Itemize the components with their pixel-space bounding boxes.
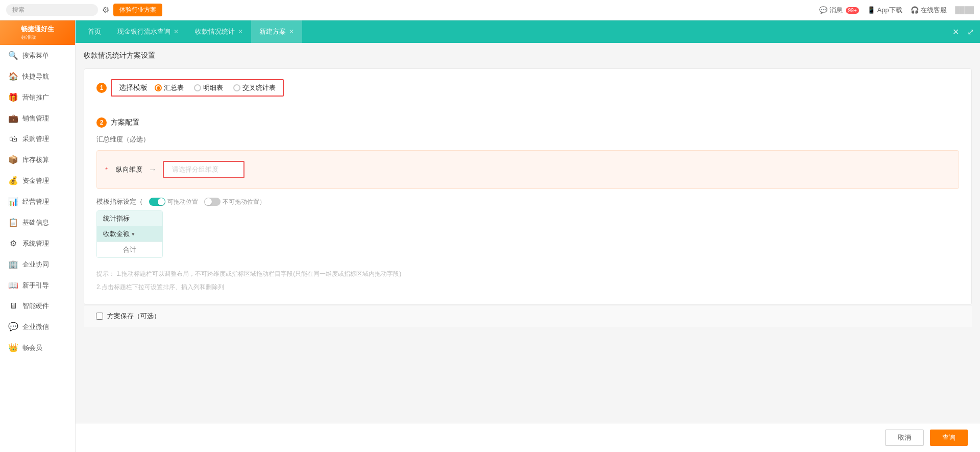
sidebar-item-smart-hw[interactable]: 🖥 智能硬件 — [0, 296, 75, 316]
sidebar-item-system[interactable]: ⚙ 系统管理 — [0, 233, 75, 254]
toggle-knob — [158, 198, 165, 205]
sidebar-item-label: 新手引导 — [22, 281, 49, 290]
messages-link[interactable]: 💬 消息 99+ — [819, 6, 859, 15]
main-card: 1 选择模板 汇总表 明细表 — [84, 68, 972, 305]
tab-bar: 首页 现金银行流水查询 ✕ 收款情况统计 ✕ 新建方案 ✕ ✕ ⤢ — [76, 20, 980, 43]
sidebar-item-search-menu[interactable]: 🔍 搜索菜单 — [0, 45, 75, 66]
radio-summary-circle — [155, 84, 162, 91]
draggable-toggle[interactable] — [149, 198, 165, 206]
tab-home-label: 首页 — [88, 27, 101, 36]
arrow-icon: → — [149, 165, 157, 174]
step1-label: 选择模板 — [119, 83, 148, 92]
metrics-header: 统计指标 — [97, 211, 162, 226]
dimension-row: * 纵向维度 → 请选择分组维度 — [105, 161, 950, 178]
dimension-area: * 纵向维度 → 请选择分组维度 — [96, 150, 959, 189]
wechat-icon: 💬 — [8, 322, 18, 331]
finance-icon: 💰 — [8, 176, 18, 185]
tab-bar-right: ✕ ⤢ — [950, 25, 976, 39]
sidebar-item-label: 基础信息 — [22, 218, 49, 227]
sidebar-item-wechat[interactable]: 💬 企业微信 — [0, 316, 75, 337]
tip-2: 2.点击标题栏下拉可设置排序、插入列和删除列 — [96, 281, 959, 293]
radio-summary[interactable]: 汇总表 — [155, 83, 184, 92]
search-menu-icon: 🔍 — [8, 51, 18, 60]
sidebar-item-label: 经营管理 — [22, 197, 49, 206]
tab-new-plan[interactable]: 新建方案 ✕ — [251, 20, 302, 43]
save-label: 方案保存（可选） — [107, 312, 160, 321]
required-mark: * — [105, 166, 108, 174]
stats-column-header[interactable]: 收款金额 ▾ — [97, 226, 162, 242]
sidebar-item-label: 快捷导航 — [22, 72, 49, 81]
step1-number: 1 — [96, 83, 107, 93]
tab-expand-icon[interactable]: ⤢ — [965, 25, 976, 39]
metrics-label-row: 模板指标设定（ 可拖动位置 不可拖 — [96, 197, 959, 206]
save-checkbox[interactable] — [96, 313, 103, 320]
sidebar-item-label: 企业微信 — [22, 322, 49, 331]
purchase-icon: 🛍 — [8, 134, 18, 144]
tab-new-plan-close[interactable]: ✕ — [289, 28, 294, 35]
system-icon: ⚙ — [8, 239, 18, 248]
inventory-icon: 📦 — [8, 155, 18, 164]
sidebar-item-inventory[interactable]: 📦 库存核算 — [0, 149, 75, 170]
sidebar-item-quick-nav[interactable]: 🏠 快捷导航 — [0, 66, 75, 87]
message-badge: 99+ — [846, 7, 860, 14]
member-icon: 👑 — [8, 343, 18, 352]
tips-section: 提示： 1.拖动标题栏可以调整布局，不可跨维度或指标区域拖动栏目字段(只能在同一… — [96, 268, 959, 293]
logo-text: 畅捷通好生 — [21, 25, 54, 34]
radio-cross-label: 交叉统计表 — [242, 83, 276, 92]
radio-cross-circle — [233, 84, 240, 91]
content-area: 收款情况统计方案设置 1 选择模板 汇总表 — [76, 43, 980, 423]
tab-cashflow-label: 现金银行流水查询 — [117, 27, 170, 36]
dimension-input[interactable]: 请选择分组维度 — [163, 161, 244, 178]
radio-summary-label: 汇总表 — [164, 83, 184, 92]
non-draggable-label: 不可拖动位置） — [223, 198, 265, 206]
tab-close-all-icon[interactable]: ✕ — [950, 25, 961, 39]
tab-cashflow[interactable]: 现金银行流水查询 ✕ — [109, 20, 187, 43]
metrics-table: 统计指标 收款金额 ▾ 合计 — [96, 210, 163, 258]
sidebar-item-label: 搜索菜单 — [22, 51, 49, 60]
sales-icon: 💼 — [8, 113, 18, 123]
logo-sub: 标准版 — [21, 34, 54, 41]
query-button[interactable]: 查询 — [930, 430, 968, 446]
sidebar-item-purchase[interactable]: 🛍 采购管理 — [0, 129, 75, 149]
tab-home[interactable]: 首页 — [80, 20, 109, 43]
page-title: 收款情况统计方案设置 — [84, 51, 972, 60]
trial-button[interactable]: 体验行业方案 — [113, 4, 162, 16]
summary-dim-label: 汇总维度（必选） — [96, 135, 959, 144]
stats-total-row: 合计 — [97, 242, 162, 257]
sidebar-item-guide[interactable]: 📖 新手引导 — [0, 275, 75, 296]
sidebar-item-finance[interactable]: 💰 资金管理 — [0, 170, 75, 191]
radio-detail[interactable]: 明细表 — [194, 83, 223, 92]
metrics-section: 模板指标设定（ 可拖动位置 不可拖 — [96, 197, 959, 259]
tab-collection[interactable]: 收款情况统计 ✕ — [187, 20, 251, 43]
radio-cross[interactable]: 交叉统计表 — [233, 83, 276, 92]
step2-number: 2 — [96, 117, 107, 128]
sidebar-item-label: 销售管理 — [22, 114, 49, 123]
non-draggable-toggle[interactable] — [204, 198, 220, 206]
marketing-icon: 🎁 — [8, 92, 18, 102]
sidebar-item-enterprise[interactable]: 🏢 企业协同 — [0, 254, 75, 275]
stats-column-label: 收款金额 — [103, 229, 130, 239]
quick-nav-icon: 🏠 — [8, 72, 18, 81]
sidebar-item-basic-info[interactable]: 📋 基础信息 — [0, 212, 75, 233]
support-link[interactable]: 🎧 在线客服 — [911, 6, 947, 15]
tip-1: 提示： 1.拖动标题栏可以调整布局，不可跨维度或指标区域拖动栏目字段(只能在同一… — [96, 268, 959, 280]
radio-detail-circle — [194, 84, 201, 91]
step2-label: 方案配置 — [111, 118, 139, 127]
tab-cashflow-close[interactable]: ✕ — [174, 28, 179, 35]
tab-collection-close[interactable]: ✕ — [238, 28, 243, 35]
radio-detail-label: 明细表 — [203, 83, 223, 92]
download-link[interactable]: 📱 App下载 — [867, 6, 902, 15]
vertical-dim-label: 纵向维度 — [116, 165, 142, 174]
draggable-label: 可拖动位置 — [167, 198, 198, 206]
user-name: ████ — [955, 6, 974, 14]
sidebar-item-operations[interactable]: 📊 经营管理 — [0, 191, 75, 212]
sidebar-item-member[interactable]: 👑 畅会员 — [0, 337, 75, 358]
sidebar-item-sales[interactable]: 💼 销售管理 — [0, 108, 75, 129]
cancel-button[interactable]: 取消 — [885, 430, 924, 446]
search-box[interactable]: 搜索 — [6, 4, 98, 16]
top-bar: 搜索 ⚙ 体验行业方案 💬 消息 99+ 📱 App下载 🎧 在线客服 ████ — [0, 0, 980, 20]
footer-buttons: 取消 查询 — [76, 423, 980, 452]
top-bar-right: 💬 消息 99+ 📱 App下载 🎧 在线客服 ████ — [819, 6, 974, 15]
settings-icon[interactable]: ⚙ — [102, 5, 109, 15]
sidebar-item-marketing[interactable]: 🎁 营销推广 — [0, 87, 75, 108]
